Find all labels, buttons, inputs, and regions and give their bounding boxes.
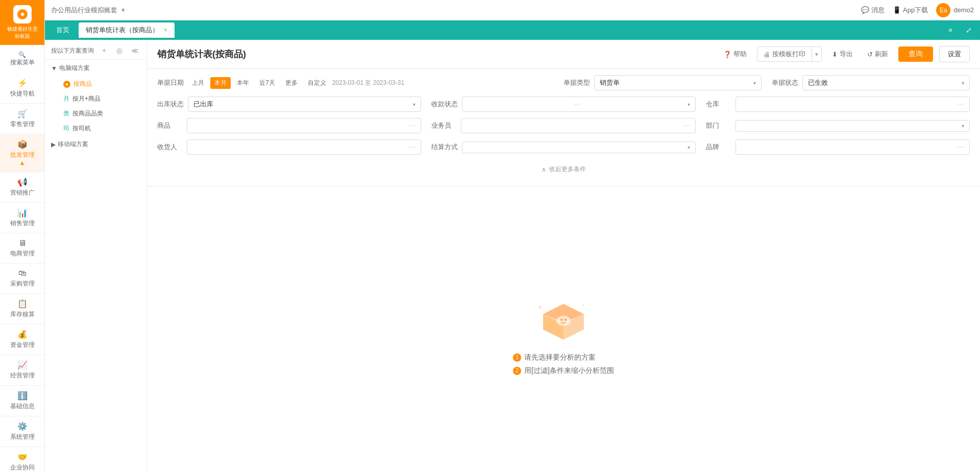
sidebar-item-inventory[interactable]: 📋 库存核算 [0,294,44,324]
goods-input[interactable]: ··· [187,118,421,133]
date-tag-this-year[interactable]: 本年 [233,77,253,89]
brand-dots[interactable]: ··· [958,143,964,152]
sidebar-item-system[interactable]: ⚙️ 系统管理 [0,416,44,447]
tree-group-mobile[interactable]: ▶ 移动端方案 [45,136,146,153]
settlement-select[interactable]: ▾ [462,141,695,153]
payment-status-dots[interactable]: ··· [574,100,581,109]
doc-type-value: 销货单 [600,78,620,87]
goods-dots[interactable]: ··· [409,121,415,130]
tree-item-by-goods[interactable]: ● 按商品 [45,77,146,91]
receiver-dots[interactable]: ··· [409,143,415,152]
warehouse-dots[interactable]: ··· [958,100,964,109]
tab-home[interactable]: 首页 [49,22,77,38]
help-btn[interactable]: ❓ 帮助 [719,48,751,61]
salesperson-dots[interactable]: ··· [683,121,690,130]
filter-doc-type: 单据类型 销货单 ▾ [564,75,762,90]
wholesale-label: 批发管理 [10,151,35,159]
sidebar-item-enterprise[interactable]: 🤝 企业协同 [0,447,44,472]
operation-icon: 📈 [17,360,28,370]
collapse-panel-btn[interactable]: ≪ [129,45,140,56]
date-tag-custom[interactable]: 自定义 [304,77,330,89]
print-icon: 🖨 [764,51,770,58]
salesperson-input[interactable]: ··· [461,118,695,133]
tree-item-icon-category: 类 [63,109,69,118]
message-label: 消息 [871,6,885,15]
sidebar-item-sales[interactable]: 📊 销售管理 [0,203,44,233]
sidebar-item-finance[interactable]: 💰 资金管理 [0,324,44,355]
enterprise-label: 企业协同 [10,463,35,472]
app-logo: 畅捷通好生意 标账版 [0,0,45,45]
query-btn[interactable]: 查询 [898,46,933,62]
logo-subtext: 标账版 [15,33,30,40]
collapse-conditions-btn[interactable]: ∧ 收起更多条件 [157,161,970,180]
department-select[interactable]: ▾ [736,120,970,132]
date-range: 2023-03-01 至 2023-03-31 [332,79,404,87]
filter-receiver: 收货人 ··· [157,139,421,155]
window-expand-btn[interactable]: ⤢ [962,23,976,37]
sidebar-item-quick-nav[interactable]: ⚡ 快捷导航 [0,73,44,104]
page-title: 销货单统计表(按商品) [157,48,246,60]
sidebar-item-marketing[interactable]: 📢 营销推广 [0,172,44,203]
message-btn[interactable]: 💬 消息 [861,6,885,15]
industry-dropdown-icon[interactable]: ▾ [121,6,125,14]
retail-label: 零售管理 [10,120,35,129]
ecom-icon: 🖥 [18,239,27,248]
tab-close-icon[interactable]: × [164,27,167,34]
out-status-arrow: ▾ [413,102,415,107]
doc-status-select[interactable]: 已生效 ▾ [802,75,970,90]
sidebar-item-retail[interactable]: 🛒 零售管理 [0,104,44,134]
goods-label: 商品 [157,121,183,130]
sidebar-item-basic[interactable]: ℹ️ 基础信息 [0,386,44,416]
settlement-label: 结算方式 [431,143,458,152]
panel-header-label: 按以下方案查询 [51,46,94,55]
edit-scheme-btn[interactable]: ◎ [114,45,125,56]
payment-status-select[interactable]: ··· ▾ [462,97,695,112]
tip-text-1: 请先选择要分析的方案 [524,353,596,362]
filter-salesperson: 业务员 ··· [431,118,695,133]
sidebar-item-purchase[interactable]: 🛍 采购管理 [0,264,44,294]
tree-group-desktop[interactable]: ▼ 电脑端方案 [45,60,146,77]
svg-point-6 [560,319,562,321]
receiver-input[interactable]: ··· [187,139,421,155]
svg-point-7 [565,319,567,321]
tree-group-label: 电脑端方案 [59,64,90,73]
settings-btn[interactable]: 设置 [939,46,970,62]
date-tag-last-month[interactable]: 上月 [188,77,208,89]
enterprise-icon: 🤝 [17,452,28,462]
sidebar-item-ecom[interactable]: 🖥 电商管理 [0,233,44,264]
tab-sales-report[interactable]: 销货单统计表（按商品） × [79,22,175,38]
app-download-btn[interactable]: 📱 App下载 [893,6,928,15]
page-header: 销货单统计表(按商品) ❓ 帮助 🖨 按模板打印 ▾ [147,40,980,69]
sidebar-item-operation[interactable]: 📈 经营管理 [0,355,44,386]
refresh-btn[interactable]: ↺ 刷新 [863,48,892,61]
warehouse-input[interactable]: ··· [736,97,970,112]
search-label: 搜索菜单 [10,58,35,67]
brand-input[interactable]: ··· [736,139,970,155]
tree-item-by-category[interactable]: 类 按商品品类 [45,106,146,121]
filter-brand: 品牌 ··· [706,139,970,155]
export-btn[interactable]: ⬇ 导出 [828,48,857,61]
tree-item-by-month-goods[interactable]: 月 按月+商品 [45,91,146,106]
date-tag-this-month[interactable]: 本月 [210,77,231,89]
filter-row-2: 出库状态 已出库 ▾ 收款状态 ··· ▾ [157,97,970,112]
sidebar-search[interactable]: 🔍 搜索菜单 [0,45,44,73]
content-area: 按以下方案查询 ＋ ◎ ≪ ▼ 电脑端方案 ● 按商品 月 按月+商品 类 按商… [45,40,980,472]
doc-type-select[interactable]: 销货单 ▾ [594,75,762,90]
window-close-btn[interactable]: × [943,23,958,37]
svg-text:·: · [548,328,549,333]
date-tag-7days[interactable]: 近7天 [255,77,279,89]
sidebar-item-wholesale[interactable]: 📦 批发管理 ▲ [0,134,44,172]
out-status-select[interactable]: 已出库 ▾ [188,97,421,112]
filter-row-4: 收货人 ··· 结算方式 ▾ 品牌 [157,139,970,155]
date-label: 单据日期 [157,78,184,87]
print-dropdown-btn[interactable]: ▾ [812,49,821,60]
print-btn[interactable]: 🖨 按模板打印 [757,47,812,61]
tree-item-by-driver[interactable]: 司 按司机 [45,121,146,136]
add-scheme-btn[interactable]: ＋ [99,45,110,56]
filter-row-3: 商品 ··· 业务员 ··· 部门 [157,118,970,133]
user-menu[interactable]: Ea demo2 [936,3,974,17]
left-panel-header: 按以下方案查询 ＋ ◎ ≪ [45,40,146,60]
date-tag-more[interactable]: 更多 [281,77,302,89]
tree-item-label-category: 按商品品类 [72,109,103,118]
tab-bar: 首页 销货单统计表（按商品） × × ⤢ [45,20,980,40]
